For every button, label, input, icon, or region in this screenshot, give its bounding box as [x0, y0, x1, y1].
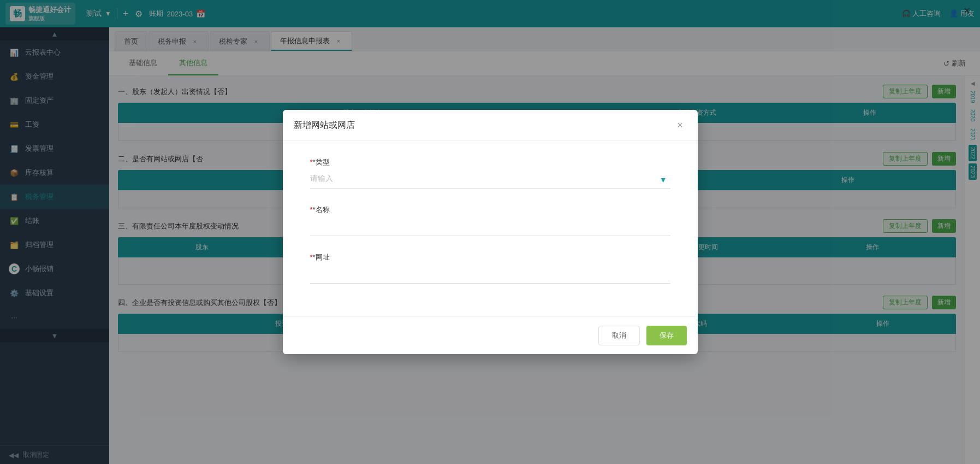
dialog-footer: 取消 保存	[283, 316, 698, 354]
form-field-type: **类型 ▼	[310, 157, 670, 189]
name-input-wrap	[310, 219, 670, 236]
name-label: **名称	[310, 205, 670, 215]
cancel-button[interactable]: 取消	[598, 326, 640, 345]
dialog-header: 新增网站或网店 ×	[283, 110, 698, 141]
name-input[interactable]	[310, 219, 670, 232]
type-input[interactable]	[310, 172, 670, 185]
dialog-title: 新增网站或网店	[294, 120, 355, 131]
dialog-body: **类型 ▼ **名称 **网址	[283, 141, 698, 316]
save-button[interactable]: 保存	[646, 326, 687, 345]
url-input[interactable]	[310, 267, 670, 280]
form-field-url: **网址	[310, 252, 670, 284]
type-input-wrap: ▼	[310, 172, 670, 189]
url-input-wrap	[310, 267, 670, 284]
add-website-dialog: 新增网站或网店 × **类型 ▼ **名称	[283, 110, 698, 354]
type-label: **类型	[310, 157, 670, 167]
form-field-name: **名称	[310, 205, 670, 236]
modal-overlay: 新增网站或网店 × **类型 ▼ **名称	[0, 0, 980, 464]
dialog-close-button[interactable]: ×	[674, 119, 687, 132]
url-label: **网址	[310, 252, 670, 262]
type-dropdown-icon[interactable]: ▼	[660, 175, 667, 184]
